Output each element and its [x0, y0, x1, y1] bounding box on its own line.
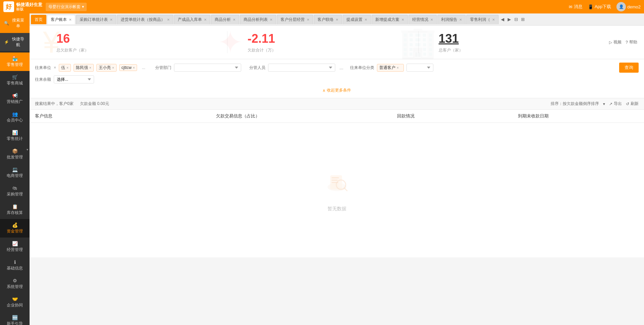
sidebar-item-retail-stats[interactable]: 📊 零售统计 [0, 127, 30, 145]
tab-customer-contact[interactable]: 客户联络 ✕ [314, 15, 342, 24]
query-button[interactable]: 查询 [619, 63, 639, 73]
filter-tag-wang-close[interactable]: × [112, 66, 114, 70]
app-sub-name: 标版 [16, 7, 42, 11]
collapse-row: ∧ 收起更多条件 [35, 86, 639, 95]
sidebar-item-sys-manage[interactable]: ⚙ 系统管理 [0, 275, 30, 293]
top-bar-right: ✉ 消息 📱 App下载 👤 demo2 [569, 2, 641, 11]
filter-tag-wang[interactable]: 王小亮 × [96, 64, 117, 72]
retail-manage-icon: 🏪 [12, 56, 18, 61]
tab-close-customer-tier[interactable]: ✕ [307, 18, 309, 22]
stat-label-customers: 总欠款客户（家） [56, 47, 227, 53]
sidebar-item-enterprise[interactable]: 🤝 企业协同 [0, 293, 30, 312]
tab-new-proposal[interactable]: 新增提成方案 ✕ [372, 15, 408, 24]
balance-filter-label: 往来余额 [35, 77, 51, 82]
tab-close-reminder-settings[interactable]: ✕ [364, 18, 367, 22]
table-container: 客户信息 欠款交易信息（占比） 回款情况 到期未收款日期 [30, 110, 644, 257]
sidebar-item-inventory[interactable]: 📋 库存核算 [0, 201, 30, 219]
video-btn[interactable]: ▷ 视频 [609, 39, 621, 45]
filter-tag-chen[interactable]: 陈民强 × [74, 64, 94, 72]
tab-purchase-order-stats[interactable]: 采购订单统计表 ✕ [76, 15, 116, 24]
stat-block-customers: 16 总欠款客户（家） [36, 31, 227, 53]
sys-manage-icon: ⚙ [13, 278, 17, 283]
tab-customer-tier[interactable]: 客户分层经营 ✕ [277, 15, 313, 24]
filter-more-btn[interactable]: ... [140, 65, 147, 71]
tab-close-new-proposal[interactable]: ✕ [401, 18, 404, 22]
tab-product-inbound[interactable]: 产成品入库单 ✕ [174, 15, 210, 24]
logo-icon: 好 [3, 1, 14, 12]
filter-tag-normal-customer-close[interactable]: × [397, 66, 399, 70]
sidebar-item-member[interactable]: 👥 会员中心 [0, 108, 30, 127]
unit-class-select[interactable] [406, 64, 433, 72]
main-content: ¥ ✦ 🏢 16 总欠款客户（家） -2.11 欠款合计（万） 131 总客户（… [30, 26, 644, 325]
tab-close-profit-report[interactable]: ✕ [459, 18, 462, 22]
sidebar-item-purchase[interactable]: 🛍 采购管理 [0, 182, 30, 201]
collapse-btn[interactable]: ∧ 收起更多条件 [320, 86, 354, 95]
tab-prev-btn[interactable]: ◀ [499, 15, 506, 24]
tab-minimize-btn[interactable]: ⊟ [513, 15, 519, 24]
filter-tag-cjttcw[interactable]: cjttcw × [119, 64, 137, 71]
dept-select[interactable] [174, 64, 241, 72]
tab-close-purchase-order-stats[interactable]: ✕ [110, 18, 113, 22]
logo-text: 畅捷通好生意 标版 [16, 2, 42, 12]
tab-close-customer-account[interactable]: ✕ [69, 18, 72, 22]
results-info: 搜索结果中，客户0家 欠款金额 0.00元 [35, 101, 109, 107]
operation-icon: 📈 [12, 241, 18, 246]
filter-tag-wu-close[interactable]: × [67, 66, 69, 70]
tab-retail-profit[interactable]: 零售利润（ ✕ [466, 15, 499, 24]
search-menu-btn[interactable]: 🔍 搜索菜单 [3, 16, 27, 30]
table-header: 客户信息 欠款交易信息（占比） 回款情况 到期未收款日期 [30, 110, 644, 123]
svg-rect-3 [332, 180, 338, 181]
export-btn[interactable]: ↗ 导出 [609, 101, 622, 107]
sidebar-item-operation[interactable]: 📈 经营管理 [0, 238, 30, 256]
dept-filter-label: 分管部门 [155, 65, 171, 71]
refresh-btn[interactable]: ↺ 刷新 [626, 101, 639, 107]
sidebar-item-marketing[interactable]: 📢 营销推广 [0, 89, 30, 108]
app-download-btn[interactable]: 📱 App下载 [588, 4, 611, 10]
tab-close-customer-contact[interactable]: ✕ [336, 18, 338, 22]
balance-select[interactable]: 选择... [54, 75, 94, 83]
tab-goods-analysis[interactable]: 商品分析 ✕ [211, 15, 239, 24]
person-select[interactable] [268, 64, 335, 72]
person-more-btn[interactable]: ... [338, 64, 345, 71]
sidebar-item-wholesale[interactable]: 📦 批发管理 ▾ [0, 145, 30, 164]
filter-tag-wu[interactable]: 伍 × [59, 64, 71, 72]
tab-close-operation-status[interactable]: ✕ [430, 18, 433, 22]
help-btn[interactable]: ? 帮助 [626, 39, 637, 45]
tab-maximize-btn[interactable]: ⊞ [519, 15, 526, 24]
filter-tag-normal-customer[interactable]: 普通客户 × [377, 64, 404, 72]
tab-inbound-stats[interactable]: 进货单统计表（按商品） ✕ [117, 15, 173, 24]
purchase-icon: 🛍 [12, 185, 17, 191]
messages-btn[interactable]: ✉ 消息 [569, 4, 583, 10]
tab-close-goods-analysis[interactable]: ✕ [233, 18, 235, 22]
tab-goods-analysis-list[interactable]: 商品分析列表 ✕ [240, 15, 276, 24]
tab-close-product-inbound[interactable]: ✕ [204, 18, 207, 22]
tab-reminder-settings[interactable]: 提成设置 ✕ [343, 15, 371, 24]
tab-profit-report[interactable]: 利润报告 ✕ [437, 15, 466, 24]
filter-tag-chen-close[interactable]: × [89, 66, 91, 70]
sidebar-item-retail-manage[interactable]: 🏪 零售管理 [0, 52, 30, 71]
finance-icon: 💰 [12, 222, 18, 228]
tab-home[interactable]: 首页 [31, 15, 46, 24]
tab-operation-status[interactable]: 经营情况 ✕ [409, 15, 437, 24]
svg-point-7 [338, 182, 344, 187]
user-avatar-btn[interactable]: 👤 demo2 [616, 2, 641, 11]
tab-close-inbound-stats[interactable]: ✕ [167, 18, 170, 22]
sidebar-item-new-guide[interactable]: 🆕 新手引导 [0, 312, 30, 325]
member-icon: 👥 [12, 111, 18, 117]
base-info-icon: ℹ [14, 259, 16, 265]
sidebar-item-ecommerce[interactable]: 💻 电商管理 [0, 164, 30, 182]
sidebar: 🔍 搜索菜单 ⚡ 快捷导航 🏪 零售管理 🛒 零售商城 [0, 13, 30, 325]
quick-nav-btn[interactable]: ⚡ 快捷导航 [3, 35, 27, 49]
sidebar-item-finance[interactable]: 💰 资金管理 [0, 219, 30, 238]
tab-customer-account[interactable]: 客户账本 ✕ [47, 15, 75, 24]
marketing-icon: 📢 [12, 93, 18, 98]
tab-close-retail-profit[interactable]: ✕ [492, 18, 495, 22]
tab-close-goods-analysis-list[interactable]: ✕ [270, 18, 272, 22]
sidebar-item-base-info[interactable]: ℹ 基础信息 [0, 256, 30, 275]
tab-next-btn[interactable]: ▶ [506, 15, 513, 24]
col-overdue-info: 欠款交易信息（占比） [216, 113, 397, 119]
account-selector[interactable]: 母婴行业演示帐套 ▾ [46, 3, 87, 11]
filter-tag-cjttcw-close[interactable]: × [133, 66, 135, 70]
sidebar-item-retail-mall[interactable]: 🛒 零售商城 [0, 71, 30, 89]
app-main-name: 畅捷通好生意 [16, 2, 42, 7]
